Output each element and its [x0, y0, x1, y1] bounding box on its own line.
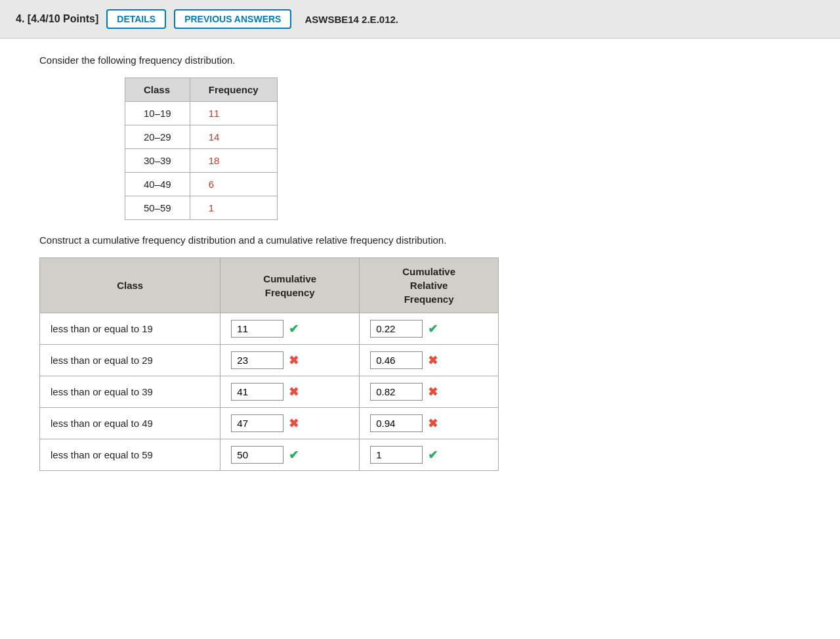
- freq-class-cell: 40–49: [125, 173, 190, 196]
- cum-rel-cell: ✖: [360, 408, 499, 439]
- cum-freq-cell: ✖: [220, 376, 360, 408]
- cum-rel-input[interactable]: [370, 351, 423, 369]
- cum-freq-input[interactable]: [231, 320, 284, 338]
- question-body: Consider the following frequency distrib…: [0, 39, 840, 497]
- frequency-distribution-table: Class Frequency 10–19 11 20–29 14 30–39 …: [125, 77, 278, 220]
- cum-table-row: less than or equal to 49 ✖ ✖: [40, 408, 499, 439]
- correct-icon: ✔: [428, 448, 438, 462]
- cum-freq-input[interactable]: [231, 383, 284, 401]
- freq-value-cell: 11: [190, 102, 277, 125]
- freq-table-row: 20–29 14: [125, 125, 278, 149]
- freq-value-cell: 6: [190, 173, 277, 196]
- q-points: [4.4/10 Points]: [28, 13, 98, 24]
- freq-col-freq-header: Frequency: [190, 78, 277, 102]
- problem-code: ASWSBE14 2.E.012.: [304, 14, 398, 25]
- cum-table-row: less than or equal to 29 ✖ ✖: [40, 345, 499, 376]
- cum-class-cell: less than or equal to 49: [40, 408, 220, 439]
- cum-rel-input[interactable]: [370, 320, 423, 338]
- freq-table-row: 10–19 11: [125, 102, 278, 125]
- intro-text: Consider the following frequency distrib…: [39, 55, 814, 66]
- incorrect-icon: ✖: [428, 385, 438, 399]
- cum-table-row: less than or equal to 39 ✖ ✖: [40, 376, 499, 408]
- previous-answers-button[interactable]: PREVIOUS ANSWERS: [174, 9, 291, 29]
- cum-rel-input[interactable]: [370, 414, 423, 432]
- cum-freq-cell: ✖: [220, 408, 360, 439]
- cum-freq-input[interactable]: [231, 414, 284, 432]
- cum-rel-cell: ✔: [360, 313, 499, 345]
- cum-freq-input[interactable]: [231, 351, 284, 369]
- cum-class-cell: less than or equal to 59: [40, 439, 220, 471]
- cum-class-cell: less than or equal to 19: [40, 313, 220, 345]
- details-button[interactable]: DETAILS: [106, 9, 166, 29]
- cum-class-cell: less than or equal to 39: [40, 376, 220, 408]
- cum-table-row: less than or equal to 19 ✔ ✔: [40, 313, 499, 345]
- question-header: 4. [4.4/10 Points] DETAILS PREVIOUS ANSW…: [0, 0, 840, 39]
- cum-col-class-header: Class: [40, 258, 220, 313]
- cum-class-cell: less than or equal to 29: [40, 345, 220, 376]
- freq-class-cell: 50–59: [125, 196, 190, 220]
- incorrect-icon: ✖: [428, 416, 438, 431]
- cum-freq-cell: ✖: [220, 345, 360, 376]
- correct-icon: ✔: [428, 322, 438, 336]
- freq-col-class-header: Class: [125, 78, 190, 102]
- freq-class-cell: 20–29: [125, 125, 190, 149]
- cum-freq-cell: ✔: [220, 439, 360, 471]
- cum-col-cumfreq-header: Cumulative Frequency: [220, 258, 360, 313]
- q-number: 4.: [16, 13, 24, 24]
- cum-rel-input[interactable]: [370, 446, 423, 464]
- cum-rel-cell: ✖: [360, 376, 499, 408]
- freq-value-cell: 14: [190, 125, 277, 149]
- freq-table-row: 30–39 18: [125, 149, 278, 173]
- cum-table-row: less than or equal to 59 ✔ ✔: [40, 439, 499, 471]
- freq-class-cell: 30–39: [125, 149, 190, 173]
- freq-table-row: 50–59 1: [125, 196, 278, 220]
- cum-rel-cell: ✔: [360, 439, 499, 471]
- cumulative-distribution-table: Class Cumulative Frequency Cumulative Re…: [39, 257, 499, 471]
- freq-value-cell: 18: [190, 149, 277, 173]
- correct-icon: ✔: [289, 448, 299, 462]
- incorrect-icon: ✖: [289, 416, 299, 431]
- construct-text: Construct a cumulative frequency distrib…: [39, 234, 814, 246]
- cum-col-cumrelfreq-header: Cumulative Relative Frequency: [360, 258, 499, 313]
- incorrect-icon: ✖: [289, 385, 299, 399]
- cum-rel-cell: ✖: [360, 345, 499, 376]
- correct-icon: ✔: [289, 322, 299, 336]
- question-number: 4. [4.4/10 Points]: [16, 13, 98, 25]
- incorrect-icon: ✖: [428, 353, 438, 368]
- cum-rel-input[interactable]: [370, 383, 423, 401]
- cum-freq-input[interactable]: [231, 446, 284, 464]
- freq-value-cell: 1: [190, 196, 277, 220]
- freq-table-row: 40–49 6: [125, 173, 278, 196]
- cum-freq-cell: ✔: [220, 313, 360, 345]
- incorrect-icon: ✖: [289, 353, 299, 368]
- freq-class-cell: 10–19: [125, 102, 190, 125]
